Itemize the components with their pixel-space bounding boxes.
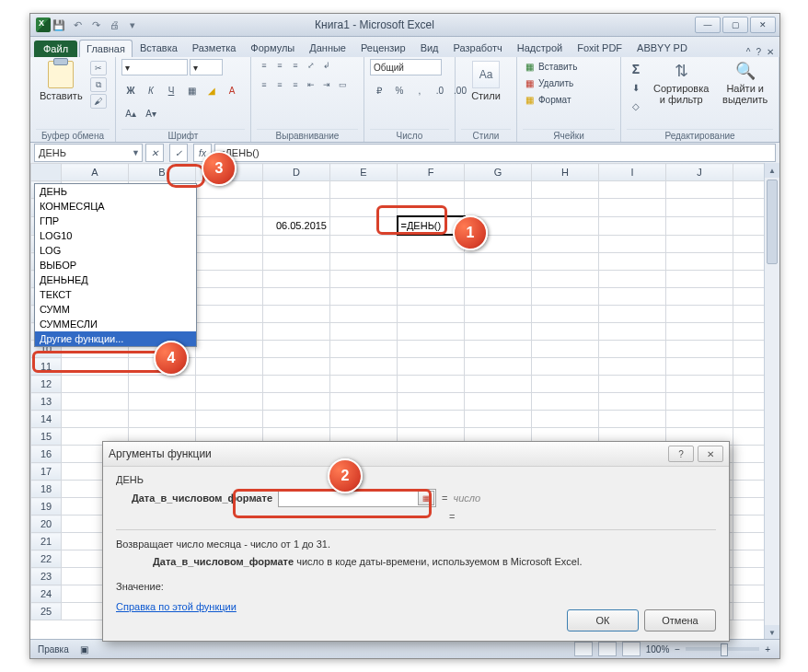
row-header[interactable]: 23 bbox=[31, 568, 62, 585]
col-header-c[interactable]: C bbox=[196, 164, 263, 181]
tab-review[interactable]: Рецензир bbox=[353, 39, 413, 57]
font-family-select[interactable]: ▾ bbox=[121, 59, 188, 75]
view-pagebreak-button[interactable] bbox=[622, 642, 641, 656]
tab-view[interactable]: Вид bbox=[413, 39, 446, 57]
redo-icon[interactable]: ↷ bbox=[89, 18, 102, 31]
func-item[interactable]: СУММ bbox=[35, 302, 196, 317]
increase-decimal-icon[interactable]: .0 bbox=[431, 82, 449, 98]
ok-button[interactable]: ОК bbox=[567, 609, 639, 631]
percent-icon[interactable]: % bbox=[390, 82, 409, 98]
ribbon-minimize-icon[interactable]: ^ bbox=[746, 47, 751, 57]
row-header[interactable]: 17 bbox=[31, 463, 62, 481]
col-header-i[interactable]: I bbox=[599, 164, 666, 181]
number-format-select[interactable]: Общий bbox=[370, 59, 442, 75]
insert-cells-button[interactable]: ▦Вставить bbox=[523, 59, 577, 74]
row-header[interactable]: 13 bbox=[31, 393, 62, 411]
col-header-f[interactable]: F bbox=[398, 164, 465, 181]
cut-icon[interactable]: ✂ bbox=[90, 61, 107, 75]
close-button[interactable]: ✕ bbox=[750, 17, 776, 33]
func-item[interactable]: ДЕНЬНЕД bbox=[35, 272, 196, 287]
border-button[interactable]: ▦ bbox=[182, 82, 201, 98]
undo-icon[interactable]: ↶ bbox=[71, 18, 84, 31]
col-header-h[interactable]: H bbox=[532, 164, 599, 181]
col-header-b[interactable]: B bbox=[129, 164, 196, 181]
row-header[interactable]: 24 bbox=[31, 585, 62, 603]
paste-button[interactable]: Вставить bbox=[36, 59, 87, 103]
help-link[interactable]: Справка по этой функции bbox=[116, 601, 237, 612]
insert-function-button[interactable]: fx bbox=[193, 144, 212, 162]
save-icon[interactable]: 💾 bbox=[52, 18, 65, 31]
name-box-dropdown[interactable]: ДЕНЬ КОНМЕСЯЦА ГПР LOG10 LOG ВЫБОР ДЕНЬН… bbox=[34, 183, 197, 347]
dialog-close-button[interactable]: ✕ bbox=[698, 446, 723, 462]
font-size-select[interactable]: ▾ bbox=[190, 59, 223, 75]
comma-icon[interactable]: , bbox=[410, 82, 429, 98]
col-header-d[interactable]: D bbox=[263, 164, 330, 181]
delete-cells-button[interactable]: ▦Удалить bbox=[523, 75, 573, 90]
tab-formulas[interactable]: Формулы bbox=[243, 39, 302, 57]
row-header[interactable]: 14 bbox=[31, 411, 62, 428]
scroll-up-icon[interactable]: ▲ bbox=[765, 163, 779, 178]
name-box-dropdown-icon[interactable]: ▼ bbox=[132, 148, 140, 157]
wrap-text-icon[interactable]: ↲ bbox=[319, 59, 334, 72]
cancel-formula-icon[interactable]: ✕ bbox=[145, 144, 164, 162]
row-header[interactable]: 12 bbox=[31, 376, 62, 393]
row-header[interactable]: 18 bbox=[31, 481, 62, 498]
zoom-out-button[interactable]: − bbox=[675, 644, 680, 655]
zoom-in-button[interactable]: + bbox=[765, 644, 770, 655]
range-picker-icon[interactable]: ▦ bbox=[418, 491, 434, 505]
align-right-icon[interactable]: ≡ bbox=[288, 78, 303, 91]
func-item[interactable]: КОНМЕСЯЦА bbox=[35, 199, 196, 214]
name-box[interactable]: ДЕНЬ ▼ bbox=[34, 144, 143, 162]
copy-icon[interactable]: ⧉ bbox=[90, 77, 107, 92]
tab-data[interactable]: Данные bbox=[302, 39, 353, 57]
decrease-indent-icon[interactable]: ⇤ bbox=[304, 78, 318, 91]
vertical-scrollbar[interactable]: ▲ ▼ bbox=[764, 163, 779, 640]
find-select-button[interactable]: 🔍 Найти и выделить bbox=[717, 59, 773, 107]
cell-f3-active[interactable]: =ДЕНЬ() bbox=[398, 216, 465, 235]
merge-icon[interactable]: ▭ bbox=[335, 78, 350, 91]
autosum-button[interactable]: Σ bbox=[627, 61, 645, 77]
bold-button[interactable]: Ж bbox=[121, 82, 140, 98]
fill-button[interactable]: ⬇ bbox=[627, 79, 645, 96]
cancel-button[interactable]: Отмена bbox=[644, 609, 716, 631]
scroll-down-icon[interactable]: ▼ bbox=[765, 625, 779, 640]
tab-layout[interactable]: Разметка bbox=[185, 39, 244, 57]
align-bottom-icon[interactable]: ≡ bbox=[288, 59, 303, 72]
italic-button[interactable]: К bbox=[142, 82, 160, 98]
increase-indent-icon[interactable]: ⇥ bbox=[319, 78, 334, 91]
tab-home[interactable]: Главная bbox=[79, 40, 133, 57]
row-header[interactable]: 25 bbox=[31, 603, 62, 620]
dialog-help-button[interactable]: ? bbox=[668, 446, 694, 462]
underline-button[interactable]: Ч bbox=[162, 82, 180, 98]
func-item[interactable]: LOG bbox=[35, 243, 196, 258]
fill-color-button[interactable]: ◢ bbox=[202, 82, 221, 98]
formula-input[interactable]: =ДЕНЬ() bbox=[214, 144, 776, 162]
select-all-corner[interactable] bbox=[31, 164, 62, 181]
func-item[interactable]: ВЫБОР bbox=[35, 258, 196, 272]
view-normal-button[interactable] bbox=[574, 642, 593, 656]
tab-developer[interactable]: Разработч bbox=[446, 39, 510, 57]
format-cells-button[interactable]: ▦Формат bbox=[523, 92, 571, 107]
func-item[interactable]: ДЕНЬ bbox=[35, 184, 196, 199]
chevron-down-icon[interactable]: ▾ bbox=[126, 18, 139, 31]
func-item[interactable]: ТЕКСТ bbox=[35, 287, 196, 302]
file-tab[interactable]: Файл bbox=[34, 41, 77, 57]
help-icon[interactable]: ? bbox=[756, 47, 761, 57]
align-left-icon[interactable]: ≡ bbox=[257, 78, 271, 91]
func-item[interactable]: СУММЕСЛИ bbox=[35, 317, 196, 331]
tab-insert[interactable]: Вставка bbox=[133, 39, 185, 57]
styles-button[interactable]: Aa Стили bbox=[467, 59, 504, 103]
macro-record-icon[interactable]: ▣ bbox=[80, 644, 88, 655]
row-header[interactable]: 16 bbox=[31, 446, 62, 463]
tab-foxit[interactable]: Foxit PDF bbox=[570, 39, 629, 57]
minimize-button[interactable]: — bbox=[695, 17, 721, 33]
format-painter-icon[interactable]: 🖌 bbox=[90, 94, 107, 109]
row-header[interactable]: 11 bbox=[31, 358, 62, 376]
argument-input[interactable]: ▦ bbox=[278, 489, 436, 507]
print-icon[interactable]: 🖨 bbox=[108, 18, 121, 31]
func-item-more[interactable]: Другие функции... bbox=[35, 331, 196, 346]
dialog-title-bar[interactable]: Аргументы функции ? ✕ bbox=[103, 442, 729, 467]
workbook-close-icon[interactable]: ✕ bbox=[767, 47, 774, 57]
row-header[interactable]: 21 bbox=[31, 533, 62, 550]
maximize-button[interactable]: ▢ bbox=[722, 17, 748, 33]
